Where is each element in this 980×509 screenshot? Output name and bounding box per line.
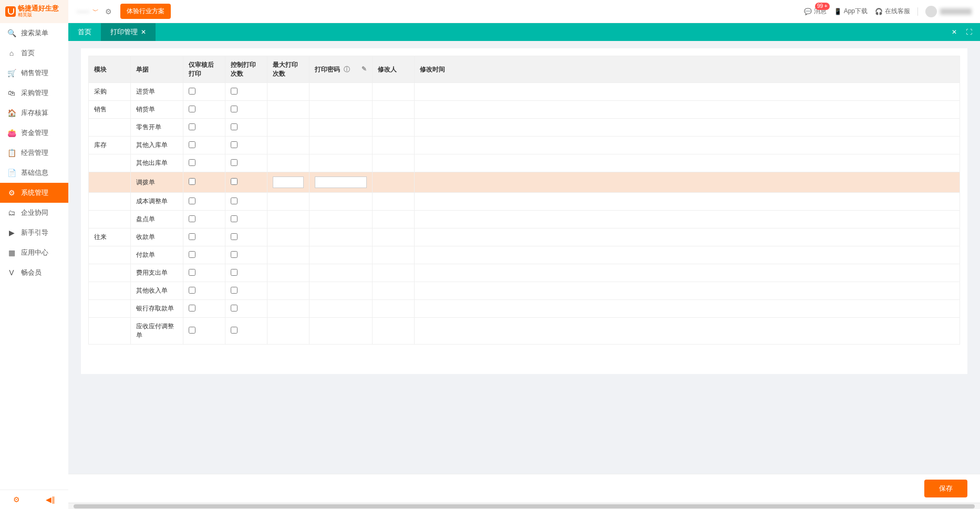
cell-audit-only: [183, 172, 225, 193]
sidebar-settings-icon[interactable]: ⚙: [13, 495, 20, 504]
limit-count-checkbox[interactable]: [231, 106, 238, 112]
table-row: 银行存取款单: [89, 300, 960, 318]
limit-count-checkbox[interactable]: [231, 88, 238, 95]
sidebar-item-label: 畅会员: [21, 268, 42, 277]
table-row: 成本调整单: [89, 193, 960, 211]
limit-count-checkbox[interactable]: [231, 123, 238, 130]
sidebar-item-icon: 🛒: [7, 69, 16, 77]
cell-doc: 付款单: [131, 246, 183, 264]
help-icon[interactable]: ⓘ: [344, 66, 350, 73]
horizontal-scrollbar[interactable]: [68, 503, 980, 509]
limit-count-checkbox[interactable]: [231, 178, 238, 185]
app-download-button[interactable]: 📱 App下载: [834, 7, 868, 16]
fullscreen-icon[interactable]: ⛶: [962, 25, 976, 39]
org-name: ——: [77, 8, 89, 15]
cell-limit-count: [225, 193, 267, 211]
limit-count-checkbox[interactable]: [231, 233, 238, 240]
sidebar-item-label: 资金管理: [21, 128, 48, 138]
cell-doc: 应收应付调整单: [131, 318, 183, 345]
org-selector[interactable]: —— ﹀: [77, 7, 99, 16]
table-row: 零售开单: [89, 119, 960, 137]
limit-count-checkbox[interactable]: [231, 198, 238, 204]
sidebar-item-4[interactable]: 🏠库存核算: [0, 103, 68, 123]
sidebar-item-label: 新手引导: [21, 228, 48, 237]
audit-only-checkbox[interactable]: [189, 251, 195, 258]
sidebar-item-11[interactable]: ▦应用中心: [0, 243, 68, 263]
audit-only-checkbox[interactable]: [189, 88, 195, 95]
cell-limit-count: [225, 137, 267, 154]
audit-only-checkbox[interactable]: [189, 106, 195, 112]
audit-only-checkbox[interactable]: [189, 215, 195, 222]
tab-1[interactable]: 打印管理✕: [101, 23, 156, 41]
tab-0[interactable]: 首页: [68, 23, 101, 41]
sidebar-item-10[interactable]: ▶新手引导: [0, 223, 68, 243]
online-service-button[interactable]: 🎧 在线客服: [875, 7, 910, 16]
cell-max-count: [267, 101, 310, 119]
cell-module: 销售: [89, 101, 131, 119]
col-edit-time: 修改时间: [415, 56, 960, 83]
cell-editor: [373, 119, 415, 137]
sidebar-item-6[interactable]: 📋经营管理: [0, 143, 68, 163]
audit-only-checkbox[interactable]: [189, 141, 195, 148]
cell-audit-only: [183, 282, 225, 300]
sidebar-item-7[interactable]: 📄基础信息: [0, 163, 68, 183]
tab-close-all-icon[interactable]: ✕: [947, 25, 961, 39]
print-settings-panel: 模块 单据 仅审核后打印 控制打印次数 最大打印次数 打印密码 ⓘ ✎: [81, 48, 967, 374]
tab-close-icon[interactable]: ✕: [141, 28, 146, 36]
cell-limit-count: [225, 264, 267, 282]
sidebar-item-1[interactable]: ⌂首页: [0, 43, 68, 63]
cell-edit-time: [415, 318, 960, 345]
audit-only-checkbox[interactable]: [189, 305, 195, 311]
cell-doc: 调拨单: [131, 172, 183, 193]
messages-button[interactable]: 💬 消息 99 +: [804, 7, 827, 16]
cell-limit-count: [225, 119, 267, 137]
audit-only-checkbox[interactable]: [189, 269, 195, 276]
sidebar-item-2[interactable]: 🛒销售管理: [0, 63, 68, 83]
audit-only-checkbox[interactable]: [189, 178, 195, 185]
messages-badge: 99 +: [815, 3, 830, 10]
industry-plan-button[interactable]: 体验行业方案: [120, 4, 171, 19]
sidebar-item-12[interactable]: V畅会员: [0, 263, 68, 283]
limit-count-checkbox[interactable]: [231, 141, 238, 148]
table-row: 付款单: [89, 246, 960, 264]
limit-count-checkbox[interactable]: [231, 287, 238, 294]
sidebar: 🔍搜索菜单⌂首页🛒销售管理🛍采购管理🏠库存核算👛资金管理📋经营管理📄基础信息⚙系…: [0, 23, 68, 509]
audit-only-checkbox[interactable]: [189, 327, 195, 334]
col-module: 模块: [89, 56, 131, 83]
col-audit-only: 仅审核后打印: [183, 56, 225, 83]
limit-count-checkbox[interactable]: [231, 251, 238, 258]
cell-editor: [373, 83, 415, 101]
audit-only-checkbox[interactable]: [189, 233, 195, 240]
sidebar-item-label: 库存核算: [21, 108, 48, 118]
sidebar-item-8[interactable]: ⚙系统管理: [0, 183, 68, 203]
limit-count-checkbox[interactable]: [231, 215, 238, 222]
sidebar-item-5[interactable]: 👛资金管理: [0, 123, 68, 143]
limit-count-checkbox[interactable]: [231, 305, 238, 311]
cell-module: [89, 119, 131, 137]
cell-limit-count: [225, 172, 267, 193]
limit-count-checkbox[interactable]: [231, 269, 238, 276]
sidebar-item-9[interactable]: 🗂企业协同: [0, 203, 68, 223]
cell-editor: [373, 154, 415, 172]
sidebar-item-3[interactable]: 🛍采购管理: [0, 83, 68, 103]
max-count-input[interactable]: [273, 176, 304, 188]
col-password: 打印密码 ⓘ ✎: [310, 56, 373, 83]
cell-edit-time: [415, 300, 960, 318]
cell-password: [310, 264, 373, 282]
audit-only-checkbox[interactable]: [189, 287, 195, 294]
sidebar-item-0[interactable]: 🔍搜索菜单: [0, 23, 68, 43]
limit-count-checkbox[interactable]: [231, 327, 238, 334]
save-button[interactable]: 保存: [924, 480, 967, 497]
audit-only-checkbox[interactable]: [189, 159, 195, 166]
cell-module: [89, 300, 131, 318]
edit-icon[interactable]: ✎: [362, 65, 367, 72]
audit-only-checkbox[interactable]: [189, 198, 195, 204]
user-menu[interactable]: [925, 6, 972, 17]
limit-count-checkbox[interactable]: [231, 159, 238, 166]
cell-max-count: [267, 119, 310, 137]
brand-logo[interactable]: 畅捷通好生意 精英版: [0, 0, 68, 23]
password-input[interactable]: [315, 176, 367, 188]
sidebar-collapse-icon[interactable]: ◀∥: [46, 495, 55, 504]
gear-icon[interactable]: ⚙: [105, 7, 112, 16]
audit-only-checkbox[interactable]: [189, 123, 195, 130]
